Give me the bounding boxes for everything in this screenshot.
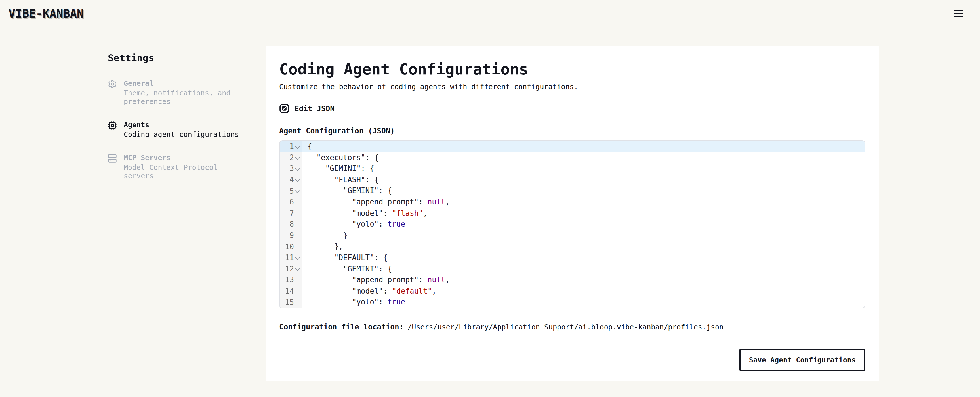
code-line-content[interactable]: "yolo": true [302,218,865,230]
sidebar-item-description: Model Context Protocol servers [124,163,244,180]
line-number: 1 [283,142,294,151]
gutter-line-number[interactable]: 2 [280,152,302,163]
sidebar-item-label: General [124,79,244,88]
code-line-content[interactable]: "GEMINI": { [302,263,865,274]
gutter-line-number[interactable]: 8 [280,218,302,230]
code-line[interactable]: 10 }, [280,241,865,252]
line-number: 15 [283,298,294,306]
code-line-content[interactable]: "yolo": true [302,297,865,308]
fold-chevron-icon[interactable] [295,165,300,171]
fold-gutter [294,241,301,252]
code-line[interactable]: 7 "model": "flash", [280,207,865,218]
code-line[interactable]: 6 "append_prompt": null, [280,196,865,207]
gutter-line-number[interactable]: 3 [280,163,302,174]
sidebar-item-description: Coding agent configurations [124,130,244,139]
sidebar-item-mcp-servers[interactable]: MCP Servers Model Context Protocol serve… [108,153,244,180]
code-line[interactable]: 4 "FLASH": { [280,174,865,185]
gutter-line-number[interactable]: 14 [280,285,302,297]
fold-gutter [294,252,301,263]
sidebar-item-label: MCP Servers [124,153,244,163]
gutter-line-number[interactable]: 12 [280,263,302,274]
fold-gutter [294,174,301,185]
editor-label: Agent Configuration (JSON) [279,127,865,135]
hamburger-menu-button[interactable] [951,7,966,19]
fold-gutter [294,263,301,274]
code-line[interactable]: 15 "yolo": true [280,297,865,308]
fold-gutter [294,285,301,297]
code-line-content[interactable]: }, [302,241,865,252]
code-line[interactable]: 1{ [280,141,865,152]
gutter-line-number[interactable]: 9 [280,230,302,241]
code-line[interactable]: 11 "DEFAULT": { [280,252,865,263]
page-title: Coding Agent Configurations [279,60,865,79]
code-line-content[interactable]: "DEFAULT": { [302,252,865,263]
edit-json-toggle-icon [279,104,290,113]
server-icon [108,154,117,163]
gutter-line-number[interactable]: 15 [280,297,302,308]
line-number: 8 [283,220,294,229]
code-line-content[interactable]: { [302,141,865,152]
fold-chevron-icon[interactable] [295,254,300,259]
code-line-content[interactable]: } [302,230,865,241]
code-line-content[interactable]: "GEMINI": { [302,185,865,196]
line-number: 13 [283,276,294,284]
card-actions: Save Agent Configurations [279,349,865,371]
cpu-icon [108,121,117,130]
code-line[interactable]: 2 "executors": { [280,152,865,163]
file-location-label: Configuration file location: [279,323,404,331]
editor-lines: 1{2 "executors": {3 "GEMINI": {4 "FLASH"… [280,141,865,308]
gutter-line-number[interactable]: 6 [280,196,302,207]
json-editor[interactable]: 1{2 "executors": {3 "GEMINI": {4 "FLASH"… [279,140,865,308]
fold-chevron-icon[interactable] [295,187,300,193]
code-line[interactable]: 9 } [280,230,865,241]
code-line-content[interactable]: "append_prompt": null, [302,274,865,285]
code-line[interactable]: 8 "yolo": true [280,218,865,230]
edit-json-toggle[interactable]: Edit JSON [279,104,334,113]
gutter-line-number[interactable]: 10 [280,241,302,252]
gutter-line-number[interactable]: 11 [280,252,302,263]
gutter-line-number[interactable]: 4 [280,174,302,185]
fold-chevron-icon[interactable] [295,143,300,148]
code-line-content[interactable]: "model": "default", [302,285,865,297]
code-line-content[interactable]: "executors": { [302,152,865,163]
line-number: 11 [283,253,294,262]
fold-gutter [294,185,301,196]
file-location-path: /Users/user/Library/Application Support/… [407,323,724,331]
code-line-content[interactable]: "append_prompt": null, [302,196,865,207]
sidebar-item-general[interactable]: General Theme, notifications, and prefer… [108,79,244,106]
code-line[interactable]: 3 "GEMINI": { [280,163,865,174]
fold-chevron-icon[interactable] [295,266,300,271]
gutter-line-number[interactable]: 7 [280,207,302,218]
fold-chevron-icon[interactable] [295,176,300,182]
fold-gutter [294,196,301,207]
gutter-line-number[interactable]: 5 [280,185,302,196]
line-number: 4 [283,175,294,184]
gutter-line-number[interactable]: 1 [280,141,302,152]
save-agent-configurations-button[interactable]: Save Agent Configurations [740,349,865,371]
code-line-content[interactable]: "FLASH": { [302,174,865,185]
fold-chevron-icon[interactable] [295,154,300,159]
page-subtitle: Customize the behavior of coding agents … [279,82,865,91]
line-number: 7 [283,209,294,217]
settings-sidebar: Settings General Theme, notifications, a… [108,52,244,195]
line-number: 3 [283,164,294,173]
file-location: Configuration file location:/Users/user/… [279,323,865,331]
fold-gutter [294,207,301,218]
code-line[interactable]: 5 "GEMINI": { [280,185,865,196]
hamburger-icon [954,10,964,18]
code-line[interactable]: 14 "model": "default", [280,285,865,297]
line-number: 10 [283,242,294,251]
app-logo[interactable]: VIBE-KANBAN [8,6,84,20]
code-line[interactable]: 12 "GEMINI": { [280,263,865,274]
gutter-line-number[interactable]: 13 [280,274,302,285]
sidebar-item-label: Agents [124,120,244,129]
gear-icon [108,80,117,89]
code-line-content[interactable]: "model": "flash", [302,207,865,218]
sidebar-title: Settings [108,52,244,64]
settings-nav: General Theme, notifications, and prefer… [108,79,244,180]
top-header: VIBE-KANBAN [0,0,980,27]
code-line-content[interactable]: "GEMINI": { [302,163,865,174]
sidebar-item-agents[interactable]: Agents Coding agent configurations [108,120,244,139]
code-line[interactable]: 13 "append_prompt": null, [280,274,865,285]
fold-gutter [294,230,301,241]
